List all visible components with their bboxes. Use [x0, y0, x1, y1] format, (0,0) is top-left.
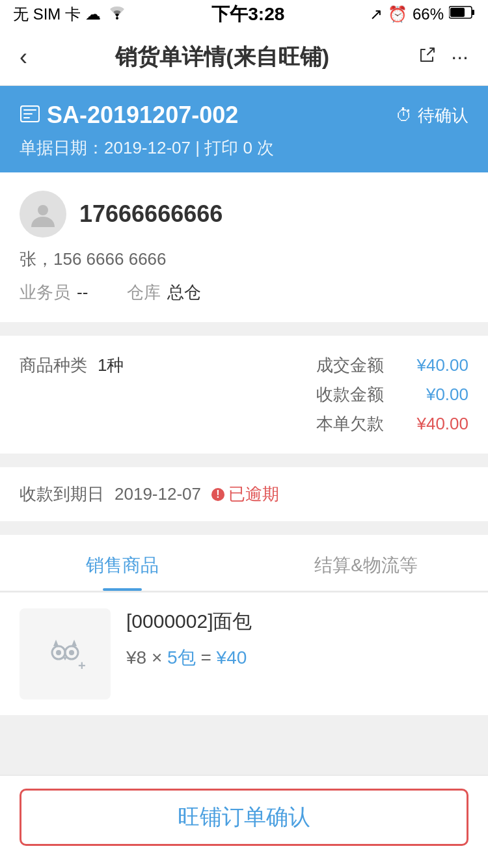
customer-phone: 17666666666	[79, 200, 223, 228]
overdue-badge: ! 已逾期	[211, 483, 279, 506]
product-total: ¥40	[217, 647, 247, 668]
due-label: 收款到期日	[20, 483, 104, 506]
bottom-bar: 旺铺订单确认	[0, 775, 488, 868]
warehouse-item: 仓库 总仓	[127, 281, 201, 304]
product-type-label: 商品种类	[20, 354, 87, 377]
product-count: 1种	[98, 354, 124, 377]
due-date: 2019-12-07	[115, 484, 201, 504]
salesperson-item: 业务员 --	[20, 281, 88, 304]
svg-point-0	[116, 17, 118, 20]
price-formula: ¥8 ×	[126, 647, 167, 668]
product-type: 商品种类 1种	[20, 354, 124, 377]
tab-settlement-logistics[interactable]: 结算&物流等	[244, 535, 488, 591]
nav-bar: ‹ 销货单详情(来自旺铺) ···	[0, 29, 488, 86]
status-bar-time: 下午3:28	[211, 2, 284, 27]
product-name: [0000002]面包	[126, 608, 468, 635]
transaction-label: 成交金额	[316, 354, 384, 377]
wifi-icon	[107, 5, 127, 23]
debt-row: 本单欠款 ¥40.00	[316, 413, 468, 435]
order-id: SA-20191207-002	[20, 102, 238, 129]
payment-value: ¥0.00	[397, 385, 468, 405]
debt-label: 本单欠款	[316, 413, 384, 435]
order-header: SA-20191207-002 ⏱ 待确认 单据日期：2019-12-07 | …	[0, 86, 488, 172]
share-icon[interactable]	[417, 44, 438, 70]
product-info: [0000002]面包 ¥8 × 5包 = ¥40	[126, 608, 468, 670]
transaction-value: ¥40.00	[397, 355, 468, 375]
page-title: 销货单详情(来自旺铺)	[115, 42, 329, 72]
alarm-icon: ⏰	[388, 5, 407, 23]
due-date-section: 收款到期日 2019-12-07 ! 已逾期	[0, 467, 488, 522]
battery-icon	[449, 5, 475, 23]
warehouse-label: 仓库	[127, 281, 161, 304]
overdue-text: 已逾期	[228, 483, 279, 506]
customer-meta: 业务员 -- 仓库 总仓	[20, 281, 468, 304]
location-icon: ↗	[370, 5, 383, 23]
order-icon	[20, 102, 40, 129]
battery-label: 66%	[413, 5, 444, 23]
status-bar-right: ↗ ⏰ 66%	[370, 5, 475, 23]
order-status: ⏱ 待确认	[396, 104, 468, 127]
confirm-button[interactable]: 旺铺订单确认	[20, 789, 468, 846]
equals: =	[196, 647, 217, 668]
back-button[interactable]: ‹	[20, 44, 27, 71]
debt-value: ¥40.00	[397, 414, 468, 434]
svg-point-8	[56, 650, 61, 655]
product-thumbnail: +	[20, 608, 111, 699]
sim-label: 无 SIM 卡 ☁	[13, 4, 101, 25]
salesperson-label: 业务员	[20, 281, 70, 304]
status-bar-left: 无 SIM 卡 ☁	[13, 4, 127, 25]
product-section: + [0000002]面包 ¥8 × 5包 = ¥40	[0, 593, 488, 715]
svg-rect-2	[472, 10, 474, 15]
customer-name: 张，156 6666 6666	[20, 248, 468, 271]
product-price: ¥8 × 5包 = ¥40	[126, 645, 468, 670]
status-clock-icon: ⏱	[396, 105, 413, 126]
svg-point-5	[38, 205, 48, 215]
order-date: 单据日期：2019-12-07 | 打印 0 次	[20, 137, 468, 159]
svg-point-9	[69, 650, 74, 655]
payment-label: 收款金额	[316, 383, 384, 406]
transaction-row: 成交金额 ¥40.00	[316, 354, 468, 377]
overdue-icon: !	[211, 488, 224, 501]
product-qty: 5包	[167, 647, 196, 668]
warehouse-value: 总仓	[167, 281, 201, 304]
avatar	[20, 191, 66, 237]
summary-amounts: 成交金额 ¥40.00 收款金额 ¥0.00 本单欠款 ¥40.00	[316, 354, 468, 435]
tab-sales-products[interactable]: 销售商品	[0, 535, 244, 591]
customer-section: 17666666666 张，156 6666 6666 业务员 -- 仓库 总仓	[0, 172, 488, 323]
tabs-row: 销售商品 结算&物流等	[0, 535, 488, 591]
more-icon[interactable]: ···	[451, 45, 468, 69]
status-bar: 无 SIM 卡 ☁ 下午3:28 ↗ ⏰ 66%	[0, 0, 488, 29]
payment-row: 收款金额 ¥0.00	[316, 383, 468, 406]
summary-section: 商品种类 1种 成交金额 ¥40.00 收款金额 ¥0.00 本单欠款 ¥40.…	[0, 336, 488, 454]
salesperson-value: --	[77, 282, 88, 303]
svg-text:+: +	[78, 658, 86, 673]
nav-actions: ···	[417, 44, 468, 70]
tabs-section: 销售商品 结算&物流等	[0, 535, 488, 591]
svg-rect-3	[450, 8, 465, 17]
